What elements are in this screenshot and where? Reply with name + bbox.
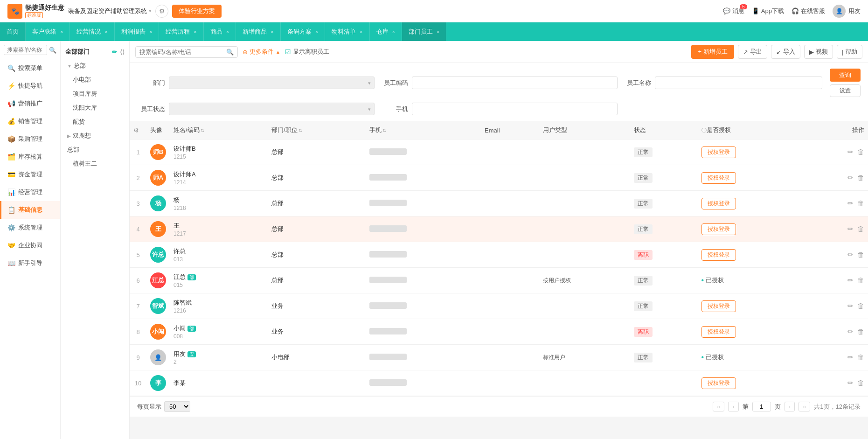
import-button[interactable]: ↙ 导入 — [771, 45, 800, 59]
delete-button[interactable]: 🗑 — [857, 225, 864, 233]
tree-node-总部[interactable]: 总部 — [61, 143, 129, 157]
tree-node-双鹿想[interactable]: ▶双鹿想 — [61, 129, 129, 143]
edit-button[interactable]: ✏ — [847, 302, 854, 310]
dept-collapse-icon[interactable]: ⟨⟩ — [120, 49, 125, 56]
sidebar-item-基础信息[interactable]: 📋 基础信息 — [0, 201, 60, 219]
more-conditions-button[interactable]: ⊕ 更多条件 ▲ — [243, 48, 280, 56]
app-download-button[interactable]: 📱 App下载 — [752, 7, 784, 15]
prev-page-button[interactable]: ‹ — [728, 402, 738, 411]
close-tab-icon[interactable]: × — [60, 29, 63, 35]
close-tab-icon[interactable]: × — [194, 29, 196, 35]
query-button[interactable]: 查询 — [830, 69, 861, 82]
sidebar-item-新手引导[interactable]: 📖 新手引导 — [0, 254, 60, 272]
sidebar-item-搜索菜单[interactable]: 🔍 搜索菜单 — [0, 59, 60, 77]
dept-select[interactable] — [169, 77, 375, 89]
close-tab-icon[interactable]: × — [360, 29, 362, 35]
close-tab-icon[interactable]: × — [437, 29, 439, 35]
sidebar-item-企业协同[interactable]: 🤝 企业协同 — [0, 237, 60, 254]
edit-button[interactable]: ✏ — [847, 328, 854, 336]
nav-tab-物料清单[interactable]: 物料清单× — [325, 22, 369, 41]
tree-node-总部[interactable]: ▼总部 — [61, 59, 129, 73]
edit-button[interactable]: ✏ — [847, 379, 854, 387]
delete-button[interactable]: 🗑 — [857, 353, 864, 362]
phone-input[interactable] — [412, 103, 618, 115]
edit-button[interactable]: ✏ — [847, 199, 854, 208]
sidebar-search-input[interactable] — [4, 45, 47, 55]
next-page-button[interactable]: › — [785, 402, 795, 411]
edit-button[interactable]: ✏ — [847, 276, 854, 285]
edit-button[interactable]: ✏ — [847, 251, 854, 259]
search-input[interactable] — [139, 49, 223, 56]
name-input[interactable] — [655, 77, 822, 89]
delete-button[interactable]: 🗑 — [857, 276, 864, 285]
auth-button[interactable]: 授权登录 — [701, 326, 736, 338]
delete-button[interactable]: 🗑 — [857, 148, 864, 156]
tree-node-植树王二[interactable]: 植树王二 — [61, 157, 129, 171]
edit-button[interactable]: ✏ — [847, 353, 854, 362]
sidebar-item-销售管理[interactable]: 💰 销售管理 — [0, 112, 60, 130]
close-tab-icon[interactable]: × — [315, 29, 318, 35]
last-page-button[interactable]: » — [799, 402, 810, 411]
system-title-select[interactable]: 装备及固定资产辅助管理系统 ▾ — [68, 7, 152, 15]
message-button[interactable]: 💬 消息 5 — [723, 7, 744, 15]
user-area[interactable]: 👤 用友 — [833, 5, 861, 18]
settings-icon[interactable]: ⚙ — [133, 127, 139, 134]
online-service-button[interactable]: 🎧 在线客服 — [792, 7, 825, 15]
nav-tab-部门员工[interactable]: 部门员工× — [402, 22, 446, 41]
delete-button[interactable]: 🗑 — [857, 199, 864, 208]
nav-tab-客户联络[interactable]: 客户联络× — [26, 22, 70, 41]
edit-button[interactable]: ✏ — [847, 225, 854, 233]
sidebar-item-采购管理[interactable]: 📦 采购管理 — [0, 130, 60, 148]
view-button[interactable]: ▶ 视频 — [804, 45, 833, 59]
tree-node-沈阳大库[interactable]: 沈阳大库 — [61, 101, 129, 115]
tree-node-项目库房[interactable]: 项目库房 — [61, 87, 129, 101]
close-tab-icon[interactable]: × — [226, 29, 229, 35]
sidebar-item-快捷导航[interactable]: ⚡ 快捷导航 — [0, 77, 60, 95]
close-tab-icon[interactable]: × — [104, 29, 107, 35]
auth-button[interactable]: 授权登录 — [701, 198, 736, 209]
add-employee-button[interactable]: + 新增员工 — [691, 45, 734, 59]
delete-button[interactable]: 🗑 — [857, 174, 864, 182]
trial-button[interactable]: 体验行业方案 — [172, 5, 222, 18]
close-tab-icon[interactable]: × — [392, 29, 395, 35]
reset-button[interactable]: 设置 — [830, 84, 861, 97]
sidebar-item-营销推广[interactable]: 📢 营销推广 — [0, 95, 60, 112]
sidebar-item-系统管理[interactable]: ⚙️ 系统管理 — [0, 219, 60, 237]
sidebar-item-资金管理[interactable]: 💳 资金管理 — [0, 166, 60, 183]
sort-name-icon[interactable]: ⇅ — [201, 128, 204, 133]
code-input[interactable] — [412, 77, 618, 89]
auth-button[interactable]: 授权登录 — [701, 172, 736, 184]
status-select[interactable] — [169, 103, 375, 115]
edit-button[interactable]: ✏ — [847, 174, 854, 182]
nav-tab-条码方案[interactable]: 条码方案× — [281, 22, 325, 41]
per-page-select[interactable]: 50 100 200 — [164, 401, 190, 412]
sidebar-item-库存核算[interactable]: 🗂️ 库存核算 — [0, 148, 60, 166]
sidebar-item-经营管理[interactable]: 📊 经营管理 — [0, 183, 60, 201]
gear-button[interactable]: ⚙ — [155, 5, 168, 18]
auth-button[interactable]: 授权登录 — [701, 146, 736, 158]
nav-tab-经营历程[interactable]: 经营历程× — [159, 22, 203, 41]
auth-button[interactable]: 授权登录 — [701, 377, 736, 389]
nav-tab-经营情况[interactable]: 经营情况× — [70, 22, 114, 41]
show-former-toggle[interactable]: ☑ 显示离职员工 — [285, 48, 329, 56]
nav-tab-利润报告[interactable]: 利润报告× — [115, 22, 159, 41]
dept-edit-icon[interactable]: ✏ — [112, 49, 117, 56]
edit-button[interactable]: ✏ — [847, 148, 854, 156]
first-page-button[interactable]: « — [713, 402, 724, 411]
nav-tab-首页[interactable]: 首页 — [0, 22, 26, 41]
tree-node-配货[interactable]: 配货 — [61, 115, 129, 129]
nav-tab-仓库[interactable]: 仓库× — [370, 22, 402, 41]
nav-tab-商品[interactable]: 商品× — [204, 22, 236, 41]
sort-phone-icon[interactable]: ⇅ — [382, 128, 386, 133]
page-input[interactable] — [752, 402, 771, 411]
close-tab-icon[interactable]: × — [149, 29, 152, 35]
delete-button[interactable]: 🗑 — [857, 379, 864, 387]
export-button[interactable]: ↗ 导出 — [738, 45, 767, 59]
sort-dept-icon[interactable]: ⇅ — [299, 128, 302, 133]
nav-tab-新增商品[interactable]: 新增商品× — [236, 22, 280, 41]
close-tab-icon[interactable]: × — [271, 29, 273, 35]
tree-node-小电部[interactable]: 小电部 — [61, 73, 129, 87]
help-button[interactable]: | 帮助 — [837, 45, 862, 59]
search-icon[interactable]: 🔍 — [226, 49, 234, 56]
delete-button[interactable]: 🗑 — [857, 328, 864, 336]
